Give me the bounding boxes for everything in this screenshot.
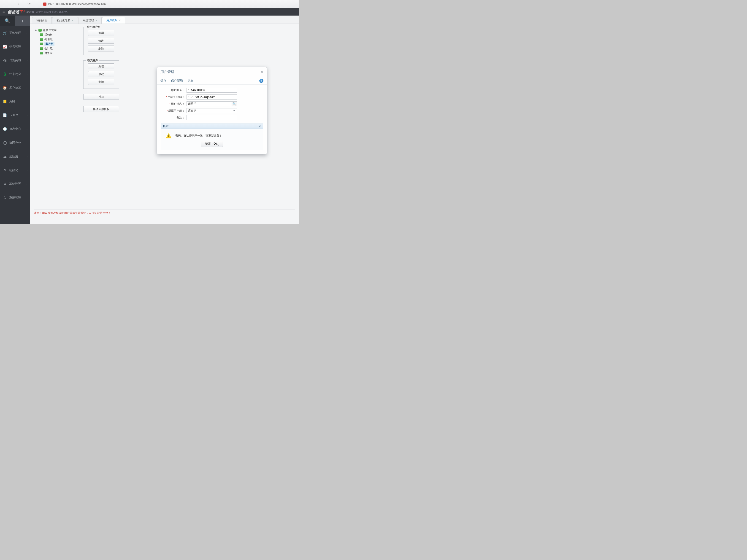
group-icon <box>40 47 43 50</box>
group-label: *所属用户组： <box>161 109 186 113</box>
sidebar-item-11[interactable]: ⚙基础设置› <box>0 177 30 191</box>
footer-warning: 注意：建议被修改权限的用户重新登录系统，以保证设置生效！ <box>34 210 295 215</box>
sidebar-item-label: 往来现金 <box>9 72 21 76</box>
dialog-close-icon[interactable]: ✕ <box>260 70 263 74</box>
edition-label: 标准版 <box>27 10 34 14</box>
app-header: ≡ 畅捷通T⁺ 标准版 东莞力彩涂料有限公司.东莞… <box>0 8 299 16</box>
chevron-right-icon: › <box>27 45 27 48</box>
sidebar-item-3[interactable]: 💲往来现金› <box>0 67 30 81</box>
name-input[interactable] <box>186 101 232 106</box>
chevron-right-icon: › <box>27 32 27 34</box>
tab-2[interactable]: 系统管理✕ <box>78 17 102 24</box>
group-icon <box>40 43 43 45</box>
dialog-exit-button[interactable]: 退出 <box>187 79 194 83</box>
chevron-right-icon: › <box>27 128 27 130</box>
nav-refresh-icon[interactable]: ⟳ <box>26 2 32 6</box>
group-select[interactable]: 库存组 ▼ <box>186 108 237 113</box>
sidebar-item-label: 总账 <box>9 100 15 104</box>
sidebar-item-icon: 💲 <box>3 72 7 76</box>
sidebar-item-7[interactable]: 🕒报表中心› <box>0 122 30 136</box>
group-value: 库存组 <box>188 109 196 113</box>
sidebar-item-icon: 🛒 <box>3 31 7 35</box>
sidebar-item-label: 基础设置 <box>9 182 21 186</box>
group-icon <box>40 38 43 41</box>
alert-ok-button[interactable]: 确定（O） <box>201 141 223 147</box>
maintain-group-legend: 维护用户组 <box>86 25 101 29</box>
tab-0[interactable]: 我的桌面 <box>32 17 52 24</box>
group-add-button[interactable]: 新增 <box>88 30 114 36</box>
sidebar-item-12[interactable]: 🗂系统管理› <box>0 191 30 205</box>
user-management-dialog: 用户管理 ✕ 保存 保存新增 退出 ? 用户账号： *手机号/邮箱： *用户姓名… <box>157 67 267 154</box>
tab-label: 初始化导航 <box>56 19 70 22</box>
company-label: 东莞力彩涂料有限公司.东莞… <box>36 10 69 14</box>
tab-close-icon[interactable]: ✕ <box>72 19 74 22</box>
tree-item-4[interactable]: 财务组 <box>34 51 77 55</box>
nav-forward-icon[interactable]: → <box>14 2 21 6</box>
chevron-right-icon: › <box>27 59 27 62</box>
sidebar-add-button[interactable]: ＋ <box>15 16 30 26</box>
sidebar-item-icon: 🏠 <box>3 86 7 90</box>
sidebar-item-1[interactable]: 📈销售管理› <box>0 40 30 54</box>
tab-1[interactable]: 初始化导航✕ <box>52 17 78 24</box>
user-add-button[interactable]: 新增 <box>88 63 114 69</box>
sidebar-item-label: 系统管理 <box>9 195 21 200</box>
group-delete-button[interactable]: 删除 <box>88 46 114 51</box>
maintain-group-panel: 维护用户组 新增 修改 删除 <box>83 27 119 55</box>
tree-item-3[interactable]: 会计组 <box>34 46 77 51</box>
sidebar-item-5[interactable]: 📒总账› <box>0 95 30 108</box>
sidebar-item-2[interactable]: 🛍订货商城› <box>0 54 30 67</box>
tree-item-label: 会计组 <box>44 47 53 51</box>
tab-3[interactable]: 用户权限✕ <box>102 17 125 24</box>
group-icon <box>40 52 43 54</box>
chevron-down-icon: ▼ <box>233 110 235 112</box>
tab-label: 用户权限 <box>106 19 118 22</box>
chevron-right-icon: › <box>27 155 27 158</box>
address-bar[interactable]: 192.168.0.107:8080/tplus/view/portal/por… <box>43 2 106 6</box>
tree-item-0[interactable]: 采购组 <box>34 32 77 37</box>
sidebar-item-10[interactable]: ↻初始化› <box>0 163 30 177</box>
alert-close-icon[interactable]: ✕ <box>259 125 261 128</box>
sidebar-item-label: 初始化 <box>9 168 18 172</box>
tab-close-icon[interactable]: ✕ <box>119 19 121 22</box>
sidebar-search-button[interactable]: 🔍 <box>0 16 15 26</box>
warning-icon <box>166 133 172 138</box>
user-edit-button[interactable]: 修改 <box>88 71 114 77</box>
tree-item-label: 销售组 <box>44 37 53 42</box>
sidebar-item-8[interactable]: ◯协同办公› <box>0 136 30 150</box>
help-icon[interactable]: ? <box>259 79 263 83</box>
dialog-title: 用户管理 <box>160 70 174 74</box>
menu-icon[interactable]: ≡ <box>0 9 7 15</box>
sidebar-item-4[interactable]: 🏠库存核算› <box>0 81 30 95</box>
sidebar-item-6[interactable]: 📄T-UFO› <box>0 108 30 122</box>
tab-close-icon[interactable]: ✕ <box>95 19 97 22</box>
group-tree: ▶账套主管组采购组销售组库存组会计组财务组 <box>34 27 77 221</box>
phone-input[interactable] <box>186 95 237 100</box>
sidebar-item-icon: ◯ <box>3 141 7 145</box>
dialog-save-new-button[interactable]: 保存新增 <box>171 79 183 83</box>
account-input[interactable] <box>186 88 237 92</box>
sidebar-item-label: T-UFO <box>9 113 18 117</box>
tree-item-1[interactable]: 销售组 <box>34 37 77 42</box>
site-favicon-icon <box>43 2 47 6</box>
sidebar-item-9[interactable]: ☁云应用› <box>0 150 30 163</box>
mobile-authorize-button[interactable]: 移动应用授权 <box>83 106 119 112</box>
chevron-right-icon: › <box>27 141 27 144</box>
tree-root[interactable]: ▶账套主管组 <box>34 28 77 32</box>
authorize-button[interactable]: 授权 <box>83 94 119 100</box>
user-delete-button[interactable]: 删除 <box>88 79 114 85</box>
dialog-save-button[interactable]: 保存 <box>160 79 166 83</box>
sidebar-item-icon: 📈 <box>3 45 7 49</box>
nav-back-icon[interactable]: ← <box>2 2 9 6</box>
sidebar-item-icon: 📒 <box>3 100 7 104</box>
sidebar-item-label: 销售管理 <box>9 45 21 49</box>
chevron-right-icon: › <box>27 196 27 199</box>
tab-label: 系统管理 <box>83 19 94 22</box>
group-edit-button[interactable]: 修改 <box>88 38 114 44</box>
sidebar-item-0[interactable]: 🛒采购管理› <box>0 26 30 40</box>
tree-item-2[interactable]: 库存组 <box>34 42 77 46</box>
user-form: 用户账号： *手机号/邮箱： *用户姓名： 🔍 *所属用户组： 库存组 ▼ <box>157 85 267 122</box>
name-search-icon[interactable]: 🔍 <box>232 101 237 106</box>
tree-item-label: 财务组 <box>44 51 53 55</box>
remark-input[interactable] <box>186 115 237 120</box>
tree-expand-icon[interactable]: ▶ <box>35 29 37 31</box>
